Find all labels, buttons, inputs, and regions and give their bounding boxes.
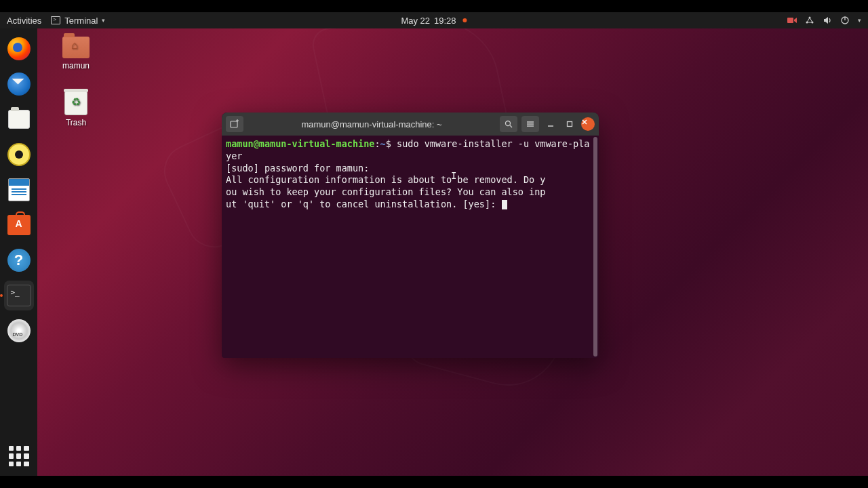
prompt-userhost: mamun@mamun-virtual-machine: [226, 138, 374, 149]
trash-icon: [64, 91, 87, 115]
software-icon: [7, 215, 31, 235]
thunderbird-icon: [7, 73, 31, 96]
app-menu[interactable]: Terminal ▾: [51, 16, 105, 26]
menu-button[interactable]: [521, 116, 539, 132]
top-panel: Activities Terminal ▾ May 22 19:28 ▾: [0, 12, 868, 28]
system-tray[interactable]: ▾: [787, 16, 861, 25]
date-label: May 22: [401, 16, 430, 26]
terminal-window: mamun@mamun-virtual-machine: ~: [222, 113, 599, 358]
terminal-icon: [51, 16, 60, 24]
chevron-down-icon: ▾: [858, 17, 861, 24]
dock-disc[interactable]: [4, 316, 34, 346]
window-titlebar[interactable]: mamun@mamun-virtual-machine: ~: [222, 113, 599, 136]
svg-rect-6: [231, 121, 237, 127]
help-icon: ?: [7, 249, 31, 272]
svg-rect-15: [568, 122, 572, 127]
rhythmbox-icon: [7, 143, 31, 166]
app-menu-label: Terminal: [64, 16, 98, 26]
screen-record-icon[interactable]: [787, 16, 797, 25]
terminal-output-line: [sudo] password for mamun:: [226, 163, 595, 175]
desktop-trash[interactable]: Trash: [52, 91, 100, 127]
desktop-icon-label: Trash: [52, 118, 100, 127]
search-button[interactable]: [500, 116, 517, 132]
show-applications-button[interactable]: [9, 446, 29, 466]
dvd-icon: [7, 319, 31, 342]
dock-terminal[interactable]: [4, 281, 34, 310]
power-icon: [840, 16, 850, 25]
writer-icon: [8, 178, 30, 201]
dock-software[interactable]: [4, 210, 34, 240]
dock-files[interactable]: [4, 104, 34, 134]
new-tab-button[interactable]: [226, 116, 243, 132]
activities-button[interactable]: Activities: [7, 16, 41, 26]
dock: ?: [0, 28, 37, 476]
dock-rhythmbox[interactable]: [4, 140, 34, 169]
terminal-icon: [7, 285, 31, 306]
close-button[interactable]: [581, 117, 595, 131]
window-title: mamun@mamun-virtual-machine: ~: [243, 119, 500, 129]
notification-dot-icon: [463, 18, 467, 22]
network-icon: [805, 16, 814, 25]
files-icon: [8, 110, 30, 129]
dock-help[interactable]: ?: [4, 245, 34, 275]
svg-line-10: [510, 125, 512, 127]
dock-firefox[interactable]: [4, 34, 34, 64]
scrollbar[interactable]: [593, 137, 597, 357]
terminal-output-line: All configuration information is about t…: [226, 174, 548, 210]
desktop[interactable]: mamun Trash mamun@mamun-virtual-machine:…: [37, 28, 868, 476]
minimize-button[interactable]: [543, 117, 558, 131]
text-cursor-icon: [502, 200, 507, 209]
folder-icon: [62, 37, 90, 58]
desktop-icon-label: mamun: [52, 61, 100, 70]
clock[interactable]: May 22 19:28: [401, 16, 467, 26]
chevron-down-icon: ▾: [102, 17, 105, 24]
dock-thunderbird[interactable]: [4, 69, 34, 99]
desktop-home-folder[interactable]: mamun: [52, 37, 100, 70]
terminal-content[interactable]: mamun@mamun-virtual-machine:~$ sudo vmwa…: [222, 136, 599, 358]
dock-writer[interactable]: [4, 175, 34, 205]
volume-icon: [823, 16, 832, 25]
prompt-path: ~: [380, 138, 386, 149]
firefox-icon: [7, 37, 31, 60]
time-label: 19:28: [434, 16, 456, 26]
svg-rect-0: [787, 18, 793, 23]
svg-point-9: [506, 121, 511, 126]
maximize-button[interactable]: [562, 117, 577, 131]
